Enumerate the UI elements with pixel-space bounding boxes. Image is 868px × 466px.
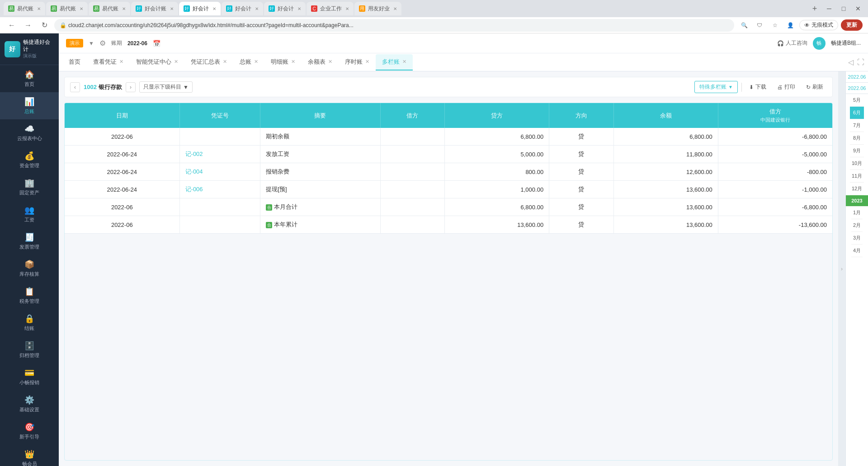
page-tab-multi-ledger[interactable]: 多栏账✕ [376, 54, 413, 71]
cal-month-2023-3月[interactable]: 3月 [851, 232, 863, 245]
page-tab-label-smart-center: 智能凭证中心 [136, 58, 171, 66]
close-button[interactable]: ✕ [852, 2, 864, 15]
browser-tab-7[interactable]: 好 好会计 ✕ [264, 2, 306, 15]
tab-close-icon[interactable]: ✕ [345, 6, 349, 11]
back-button[interactable]: ← [5, 19, 18, 32]
browser-tab-9[interactable]: 用 用友好业 ✕ [354, 2, 401, 15]
date-cell: 2022-06 [65, 216, 179, 234]
page-tab-general-ledger[interactable]: 总账✕ [233, 54, 264, 71]
cal-month-9月[interactable]: 9月 [850, 145, 864, 157]
page-tab-smart-center[interactable]: 智能凭证中心✕ [130, 54, 184, 71]
calendar-icon[interactable]: 📅 [153, 40, 160, 47]
calendar-collapse-button[interactable]: › [838, 71, 845, 466]
page-tab-close-general-ledger[interactable]: ✕ [254, 59, 258, 65]
update-button[interactable]: 更新 [841, 19, 863, 31]
maximize-button[interactable]: □ [837, 2, 850, 15]
sidebar-item-guide[interactable]: 🎯 新手引导 [0, 418, 59, 445]
feature-multi-ledger-button[interactable]: 特殊多栏账 ▼ [694, 81, 738, 93]
page-tab-close-voucher-summary[interactable]: ✕ [223, 59, 227, 65]
reload-button[interactable]: ↻ [38, 19, 51, 32]
browser-tab-4[interactable]: 好 好会计账 ✕ [131, 2, 178, 15]
tab-close-icon[interactable]: ✕ [122, 6, 126, 11]
browser-tab-8[interactable]: C 企业工作 ✕ [307, 2, 354, 15]
tab-close-icon[interactable]: ✕ [170, 6, 174, 11]
cal-month-5月[interactable]: 5月 [850, 94, 864, 107]
cal-month-2023-1月[interactable]: 1月 [851, 207, 863, 219]
page-tab-close-view-voucher[interactable]: ✕ [119, 59, 123, 65]
profile-icon[interactable]: 👤 [784, 19, 797, 32]
sidebar-item-expense[interactable]: 💳 小畅报销 [0, 363, 59, 391]
settings-icon[interactable]: ⚙ [99, 39, 106, 47]
next-account-button[interactable]: › [126, 82, 136, 92]
cal-month-11月[interactable]: 11月 [850, 170, 864, 183]
shield-icon[interactable]: 🛡 [753, 19, 766, 32]
page-tab-detail-ledger[interactable]: 明细账✕ [264, 54, 302, 71]
page-tab-balance-table[interactable]: 余额表✕ [302, 54, 339, 71]
cal-month-12月[interactable]: 12月 [850, 183, 864, 195]
sidebar-item-closing[interactable]: 🔒 结账 [0, 309, 59, 336]
cal-month-7月[interactable]: 7月 [850, 119, 864, 132]
sidebar-item-home[interactable]: 🏠 首页 [0, 65, 59, 92]
voucher-link[interactable]: 记-002 [185, 151, 203, 157]
debit-ccb-cell: -6,800.00 [718, 128, 832, 146]
page-tab-close-multi-ledger[interactable]: ✕ [402, 59, 406, 65]
print-button[interactable]: 🖨 打印 [774, 81, 799, 93]
browser-tab-2[interactable]: 易 易代账 ✕ [46, 2, 88, 15]
sidebar-item-payroll[interactable]: 👥 工资 [0, 201, 59, 228]
minimize-button[interactable]: ─ [823, 2, 835, 15]
cal-month-8月[interactable]: 8月 [850, 132, 864, 145]
page-tab-close-seq-ledger[interactable]: ✕ [365, 59, 369, 65]
tabs-collapse-button[interactable]: ◁ ⛶ [848, 58, 864, 66]
sidebar-item-cloud-report[interactable]: ☁️ 云报表中心 [0, 119, 59, 146]
demo-badge[interactable]: 演示 [66, 39, 83, 47]
refresh-button[interactable]: ↻ 刷新 [802, 81, 827, 93]
page-tab-close-detail-ledger[interactable]: ✕ [291, 59, 295, 65]
cal-month-2023-2月[interactable]: 2月 [851, 219, 863, 232]
page-tab-label-home: 首页 [69, 58, 80, 66]
direction-cell: 贷 [549, 163, 613, 181]
tab-close-icon[interactable]: ✕ [393, 6, 397, 11]
bookmark-icon[interactable]: ☆ [769, 19, 781, 32]
tab-close-icon[interactable]: ✕ [37, 6, 41, 11]
page-tab-close-smart-center[interactable]: ✕ [174, 59, 178, 65]
sidebar-item-fund-manage[interactable]: 💰 资金管理 [0, 146, 59, 174]
sidebar-item-membership[interactable]: 👑 畅会员 [0, 445, 59, 466]
user-name[interactable]: 畅捷通B组... [831, 39, 861, 47]
browser-tab-6[interactable]: 好 好会计 ✕ [222, 2, 263, 15]
wuhen-mode-button[interactable]: 👁 无痕模式 [799, 20, 838, 30]
page-tab-home[interactable]: 首页 [62, 54, 87, 71]
cal-month-10月[interactable]: 10月 [850, 157, 864, 170]
support-button[interactable]: 🎧 人工咨询 [777, 39, 807, 47]
search-icon[interactable]: 🔍 [738, 19, 750, 32]
tab-close-icon[interactable]: ✕ [212, 6, 216, 11]
page-tab-seq-ledger[interactable]: 序时账✕ [339, 54, 376, 71]
download-button[interactable]: ⬇ 下载 [745, 81, 770, 93]
prev-account-button[interactable]: ‹ [70, 82, 80, 92]
page-tab-view-voucher[interactable]: 查看凭证✕ [87, 54, 130, 71]
tab-close-icon[interactable]: ✕ [255, 6, 259, 11]
sidebar-item-tax-manage[interactable]: 📋 税务管理 [0, 282, 59, 309]
cal-month-2023-4月[interactable]: 4月 [851, 245, 863, 257]
sidebar-item-inventory[interactable]: 📦 库存核算 [0, 255, 59, 282]
page-tab-close-balance-table[interactable]: ✕ [328, 59, 332, 65]
sidebar-item-general-ledger[interactable]: 📊 总账 [0, 92, 59, 119]
browser-tab-1[interactable]: 易 易代账 ✕ [4, 2, 45, 15]
tab-close-icon[interactable]: ✕ [297, 6, 301, 11]
cal-month-6月[interactable]: 6月 [850, 107, 864, 119]
voucher-link[interactable]: 记-004 [185, 168, 203, 175]
new-tab-button[interactable]: + [808, 2, 821, 15]
sidebar-item-basic-settings[interactable]: ⚙️ 基础设置 [0, 391, 59, 418]
show-sub-button[interactable]: 只显示下级科目 ▼ [139, 81, 193, 93]
sidebar-item-invoice-manage[interactable]: 🧾 发票管理 [0, 228, 59, 255]
forward-button[interactable]: → [22, 19, 34, 32]
sidebar-item-archive[interactable]: 🗄️ 归档管理 [0, 336, 59, 363]
dropdown-arrow-icon[interactable]: ▼ [89, 40, 94, 47]
sidebar-label-guide: 新手引导 [19, 433, 39, 440]
voucher-link[interactable]: 记-006 [185, 186, 203, 193]
sidebar-item-fixed-assets[interactable]: 🏢 固定资产 [0, 174, 59, 201]
browser-tab-5[interactable]: 好 好会计 ✕ [179, 2, 221, 15]
tab-close-icon[interactable]: ✕ [80, 6, 83, 11]
browser-tab-3[interactable]: 易 易代账 ✕ [89, 2, 130, 15]
page-tab-voucher-summary[interactable]: 凭证汇总表✕ [184, 54, 233, 71]
url-input[interactable]: 🔒 cloud2.chanjet.com/accounting/uh26t264… [54, 19, 734, 32]
